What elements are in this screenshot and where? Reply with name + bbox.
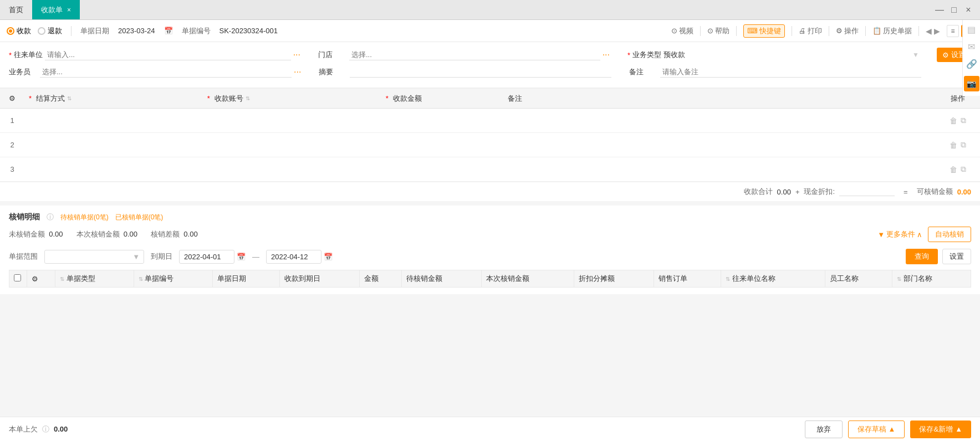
counterpart-field: * 往来单位 ··· bbox=[9, 49, 300, 60]
toolbar-divider-5 bbox=[829, 26, 829, 36]
sidebar-camera-icon[interactable]: 📷 bbox=[964, 76, 979, 91]
discard-button[interactable]: 放弃 bbox=[805, 421, 843, 438]
refund-radio[interactable]: 退款 bbox=[38, 26, 62, 36]
auto-verify-button[interactable]: 自动核销 bbox=[928, 227, 971, 242]
close-window-button[interactable]: × bbox=[963, 5, 973, 15]
counterpart-input[interactable] bbox=[45, 49, 291, 60]
refund-radio-dot bbox=[38, 27, 45, 35]
store-input[interactable] bbox=[349, 49, 600, 60]
current-value: 0.00 bbox=[124, 230, 137, 238]
sidebar-link-icon[interactable]: 🔗 bbox=[966, 59, 977, 69]
doc-num-sort-icon[interactable]: ⇅ bbox=[139, 276, 143, 282]
range-select[interactable] bbox=[44, 250, 144, 264]
due-from-input[interactable] bbox=[179, 250, 234, 264]
th-settings[interactable]: ⚙ bbox=[27, 270, 55, 288]
th-amount: 金额 bbox=[360, 270, 402, 288]
col-pay-label: 结算方式 bbox=[36, 94, 65, 104]
bottom-info-icon[interactable]: ⓘ bbox=[42, 424, 49, 434]
help-button[interactable]: ⊙ 帮助 bbox=[707, 26, 729, 36]
help-icon: ⊙ bbox=[707, 27, 713, 35]
save-draft-button[interactable]: 保存草稿 ▲ bbox=[848, 421, 905, 438]
row-3-copy-icon[interactable]: ⧉ bbox=[961, 165, 966, 174]
maximize-button[interactable]: □ bbox=[949, 5, 959, 15]
shortcut-button[interactable]: ⌨ 快捷键 bbox=[743, 24, 785, 38]
more-filter-button[interactable]: ▼ 更多条件 ∧ bbox=[877, 229, 922, 239]
discount-label: 现金折扣: bbox=[804, 187, 835, 197]
diff-value: 0.00 bbox=[183, 230, 197, 238]
filter-row: 单据范围 ▼ 到期日 📅 — 📅 查询 设置 bbox=[9, 249, 971, 264]
query-button[interactable]: 查询 bbox=[906, 249, 938, 264]
verify-value: 0.00 bbox=[957, 188, 971, 196]
doc-type-sort-icon[interactable]: ⇅ bbox=[60, 276, 64, 282]
remarks-field: 备注 bbox=[629, 66, 921, 78]
th-doc-date: 单据日期 bbox=[212, 270, 279, 288]
bottom-bar: 本单上欠 ⓘ 0.00 放弃 保存草稿 ▲ 保存&新增 ▲ bbox=[0, 417, 980, 441]
row-1-copy-icon[interactable]: ⧉ bbox=[961, 116, 966, 125]
toolbar-divider-7 bbox=[918, 26, 919, 36]
receipt-refund-toggle: 收款 退款 bbox=[7, 26, 62, 36]
col-account: * 收款账号 ⇅ bbox=[203, 94, 381, 104]
done-tab[interactable]: 已核销单据(0笔) bbox=[115, 213, 164, 222]
account-sort-icon[interactable]: ⇅ bbox=[246, 95, 250, 101]
row-1-delete-icon[interactable]: 🗑 bbox=[950, 116, 957, 125]
row-2-delete-icon[interactable]: 🗑 bbox=[950, 141, 957, 150]
verify-settings-button[interactable]: 设置 bbox=[942, 249, 971, 264]
biz-type-chevron[interactable]: ▼ bbox=[912, 51, 919, 59]
th-employee: 员工名称 bbox=[825, 270, 892, 288]
th-counterpart: ⇅ 往来单位名称 bbox=[721, 270, 825, 288]
salesperson-input[interactable] bbox=[40, 66, 292, 78]
row-2-copy-icon[interactable]: ⧉ bbox=[961, 140, 966, 150]
table-row: 1 🗑 ⧉ bbox=[0, 109, 980, 133]
store-field: 门店 ··· bbox=[318, 49, 610, 60]
home-tab-label: 首页 bbox=[9, 5, 23, 15]
summary-input[interactable] bbox=[350, 66, 611, 78]
video-button[interactable]: ⊙ 视频 bbox=[671, 26, 693, 36]
counterpart-sort-icon[interactable]: ⇅ bbox=[726, 276, 730, 282]
sidebar-mail-icon[interactable]: ✉ bbox=[968, 42, 975, 52]
range-dropdown: ▼ bbox=[44, 250, 144, 264]
pending-tab[interactable]: 待核销单据(0笔) bbox=[60, 213, 109, 222]
row-3-delete-icon[interactable]: 🗑 bbox=[950, 165, 957, 174]
operations-button[interactable]: ⚙ 操作 bbox=[836, 26, 859, 36]
th-due-date: 收款到期日 bbox=[279, 270, 359, 288]
tab-home[interactable]: 首页 bbox=[0, 0, 32, 19]
view-list-icon[interactable]: ≡ bbox=[947, 25, 959, 37]
col-amount-label: 收款金额 bbox=[393, 94, 422, 104]
dept-sort-icon[interactable]: ⇅ bbox=[897, 276, 901, 282]
table-settings-icon[interactable]: ⚙ bbox=[0, 94, 24, 102]
help-label: 帮助 bbox=[715, 26, 729, 36]
save-new-button[interactable]: 保存&新增 ▲ bbox=[910, 421, 971, 438]
video-icon: ⊙ bbox=[671, 27, 677, 35]
nav-next[interactable]: ▶ bbox=[934, 27, 940, 35]
due-to-input[interactable] bbox=[266, 250, 321, 264]
history-button[interactable]: 📋 历史单据 bbox=[872, 26, 912, 36]
discount-input[interactable] bbox=[839, 187, 895, 196]
remarks-input[interactable] bbox=[660, 66, 921, 78]
window-controls: — □ × bbox=[935, 5, 980, 15]
receipt-radio-dot bbox=[7, 27, 14, 35]
table-row: 2 🗑 ⧉ bbox=[0, 133, 980, 157]
tab-receipts[interactable]: 收款单 × bbox=[32, 0, 80, 19]
print-button[interactable]: 🖨 打印 bbox=[799, 26, 822, 36]
verify-info-icon[interactable]: ⓘ bbox=[47, 212, 54, 222]
calendar-icon[interactable]: 📅 bbox=[164, 27, 173, 35]
minimize-button[interactable]: — bbox=[935, 5, 945, 15]
cal-to-icon[interactable]: 📅 bbox=[324, 253, 333, 261]
current-label: 本次核销金额 bbox=[76, 230, 120, 238]
select-all-checkbox[interactable] bbox=[14, 274, 21, 281]
pay-sort-icon[interactable]: ⇅ bbox=[67, 95, 72, 101]
bottom-right: 放弃 保存草稿 ▲ 保存&新增 ▲ bbox=[805, 421, 971, 438]
form-row-1: * 往来单位 ··· 门店 ··· * 业务类型 预收款 ▼ ⚙ 设置 bbox=[9, 48, 971, 62]
receipt-radio[interactable]: 收款 bbox=[7, 26, 31, 36]
total-value: 0.00 bbox=[777, 188, 791, 196]
salesperson-more-button[interactable]: ··· bbox=[294, 67, 301, 77]
sidebar-table-icon[interactable]: ▤ bbox=[967, 24, 976, 35]
cal-from-icon[interactable]: 📅 bbox=[237, 253, 246, 261]
close-tab-icon[interactable]: × bbox=[67, 6, 71, 14]
counterpart-more-button[interactable]: ··· bbox=[293, 50, 300, 60]
more-filter-label: 更多条件 bbox=[886, 229, 915, 239]
nav-prev[interactable]: ◀ bbox=[926, 27, 932, 35]
store-more-button[interactable]: ··· bbox=[603, 50, 610, 60]
toolbar-divider-3 bbox=[736, 26, 737, 36]
settings-gear-icon: ⚙ bbox=[942, 51, 949, 59]
